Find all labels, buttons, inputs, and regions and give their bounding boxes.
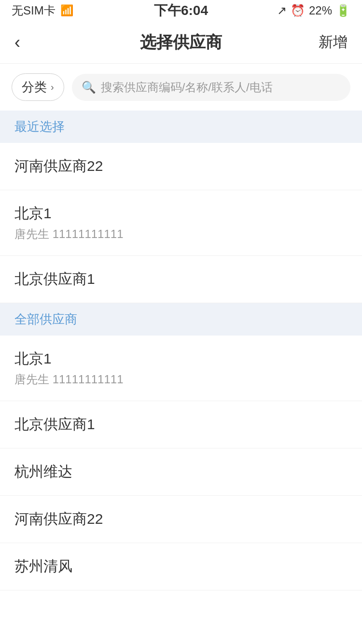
all-list: 北京1唐先生 11111111111北京供应商1杭州维达河南供应商22苏州清风 (0, 336, 362, 590)
chevron-right-icon: › (51, 82, 54, 93)
add-button[interactable]: 新增 (319, 32, 348, 52)
all-section-label: 全部供应商 (14, 312, 77, 326)
search-placeholder: 搜索供应商编码/名称/联系人/电话 (101, 80, 273, 95)
category-button[interactable]: 分类 › (12, 73, 64, 101)
recent-list-item[interactable]: 河南供应商22 (0, 143, 362, 190)
all-list-item[interactable]: 北京1唐先生 11111111111 (0, 336, 362, 401)
all-section-header: 全部供应商 (0, 303, 362, 336)
alarm-icon: ⏰ (291, 4, 305, 17)
status-left: 无SIM卡 📶 (12, 3, 73, 18)
wifi-icon: 📶 (60, 4, 73, 17)
status-right: ↗ ⏰ 22% 🔋 (277, 4, 350, 17)
item-name: 河南供应商22 (14, 156, 348, 176)
item-name: 北京供应商1 (14, 269, 348, 289)
item-name: 杭州维达 (14, 462, 348, 482)
item-name: 北京供应商1 (14, 415, 348, 434)
recent-list: 河南供应商22北京1唐先生 11111111111北京供应商1 (0, 143, 362, 303)
status-bar: 无SIM卡 📶 下午6:04 ↗ ⏰ 22% 🔋 (0, 0, 362, 21)
nav-bar: ‹ 选择供应商 新增 (0, 21, 362, 64)
recent-list-item[interactable]: 北京供应商1 (0, 256, 362, 303)
all-list-item[interactable]: 河南供应商22 (0, 496, 362, 543)
back-button[interactable]: ‹ (14, 32, 43, 53)
recent-list-item[interactable]: 北京1唐先生 11111111111 (0, 190, 362, 256)
recent-section-label: 最近选择 (14, 119, 65, 134)
item-name: 苏州清风 (14, 557, 348, 576)
search-box[interactable]: 🔍 搜索供应商编码/名称/联系人/电话 (72, 74, 350, 101)
all-list-item[interactable]: 北京供应商1 (0, 401, 362, 448)
all-list-item[interactable]: 苏州清风 (0, 543, 362, 590)
all-list-item[interactable]: 杭州维达 (0, 448, 362, 496)
item-name: 北京1 (14, 204, 348, 224)
location-icon: ↗ (277, 4, 287, 17)
item-sub: 唐先生 11111111111 (14, 226, 348, 242)
battery-text: 22% (309, 4, 332, 17)
carrier-text: 无SIM卡 (12, 3, 56, 18)
recent-section-header: 最近选择 (0, 111, 362, 143)
search-icon: 🔍 (82, 81, 96, 94)
battery-icon: 🔋 (336, 4, 350, 17)
category-label: 分类 (22, 79, 47, 96)
item-name: 河南供应商22 (14, 509, 348, 529)
back-icon: ‹ (14, 32, 20, 53)
item-sub: 唐先生 11111111111 (14, 372, 348, 387)
filter-row: 分类 › 🔍 搜索供应商编码/名称/联系人/电话 (0, 64, 362, 111)
item-name: 北京1 (14, 349, 348, 369)
status-time: 下午6:04 (154, 1, 208, 20)
page-title: 选择供应商 (140, 31, 222, 54)
